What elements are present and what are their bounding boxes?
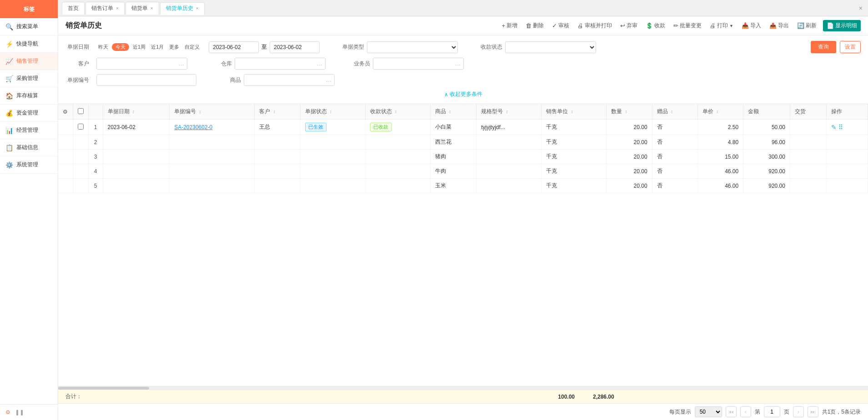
doc-type-label: 单据类型 xyxy=(341,43,364,51)
tab-sales-history[interactable]: 销货单历史 × xyxy=(160,2,205,15)
payment-status-select[interactable] xyxy=(505,41,596,53)
more-icon[interactable]: ⠿ xyxy=(838,124,843,131)
date-shortcut-more[interactable]: 更多 xyxy=(167,43,181,51)
customer-ellipsis[interactable]: … xyxy=(179,60,184,67)
page-number-input[interactable] xyxy=(764,406,780,417)
sidebar-item-sales-mgmt[interactable]: 📈 销售管理 xyxy=(0,53,58,70)
col-amount[interactable]: 金额 xyxy=(743,104,790,120)
sort-unit-price-icon[interactable]: ↕ xyxy=(716,109,718,114)
import-button[interactable]: 📥 导入 xyxy=(740,21,763,30)
date-shortcut-last7[interactable]: 近1周 xyxy=(131,43,147,51)
audit-print-button[interactable]: 🖨 审核并打印 xyxy=(576,21,614,30)
page-last-button[interactable]: ⏭ xyxy=(808,406,818,417)
settings-button[interactable]: 设置 xyxy=(840,41,861,53)
refresh-button[interactable]: 🔄 刷新 xyxy=(795,21,818,30)
data-table: ⚙ 单据日期 ↕ 单据编号 ↕ 客户 ↕ xyxy=(58,104,868,193)
date-shortcut-custom[interactable]: 自定义 xyxy=(183,43,201,51)
goods-ellipsis[interactable]: … xyxy=(326,77,331,83)
staff-input[interactable] xyxy=(376,60,453,67)
doc-no-link[interactable]: SA-20230602-0 xyxy=(174,124,212,130)
col-qty[interactable]: 数量 ↕ xyxy=(607,104,652,120)
discard-button[interactable]: ↩ 弃审 xyxy=(618,21,639,30)
tab-home[interactable]: 首页 xyxy=(62,2,85,15)
row-checkbox[interactable] xyxy=(78,124,84,130)
sort-payment-status-icon[interactable]: ↕ xyxy=(395,109,397,114)
col-doc-no-label: 单据编号 xyxy=(174,108,196,115)
col-doc-status[interactable]: 单据状态 ↕ xyxy=(300,104,365,120)
warehouse-input[interactable] xyxy=(238,60,315,67)
goods-input[interactable] xyxy=(247,77,324,83)
tab-sales-order[interactable]: 销售订单 × xyxy=(85,2,125,15)
tab-sales-delivery-close[interactable]: × xyxy=(151,6,153,11)
sidebar-item-purchase-mgmt[interactable]: 🛒 采购管理 xyxy=(0,70,58,87)
row-checkbox-cell[interactable] xyxy=(73,179,88,193)
per-page-select[interactable]: 50 100 xyxy=(695,406,722,417)
horizontal-scrollbar[interactable] xyxy=(58,386,868,390)
sort-goods-icon[interactable]: ↕ xyxy=(449,109,451,114)
date-shortcut-last1m[interactable]: 近1月 xyxy=(149,43,166,51)
row-doc-date xyxy=(103,135,170,150)
row-unit-price: 46.00 xyxy=(697,179,743,193)
sort-customer-icon[interactable]: ↕ xyxy=(273,109,276,114)
sort-qty-icon[interactable]: ↕ xyxy=(625,109,627,114)
date-shortcut-yesterday[interactable]: 昨天 xyxy=(96,43,110,51)
sidebar-item-operations[interactable]: 📊 经营管理 xyxy=(0,122,58,139)
doc-no-input[interactable] xyxy=(96,74,196,86)
export-button[interactable]: 📤 导出 xyxy=(768,21,791,30)
page-prev-button[interactable]: ‹ xyxy=(740,406,751,417)
sort-doc-status-icon[interactable]: ↕ xyxy=(330,109,332,114)
sidebar-item-quick-nav[interactable]: ⚡ 快捷导航 xyxy=(0,35,58,53)
sidebar-item-label: 经营管理 xyxy=(16,126,38,134)
tab-sales-history-close[interactable]: × xyxy=(196,6,199,11)
audit-button[interactable]: ✓ 审核 xyxy=(550,21,571,30)
sort-doc-date-icon[interactable]: ↕ xyxy=(132,109,135,114)
sort-doc-no-icon[interactable]: ↕ xyxy=(199,109,201,114)
print-button[interactable]: 🖨 打印 ▼ xyxy=(708,21,735,30)
col-doc-no[interactable]: 单据编号 ↕ xyxy=(170,104,255,120)
row-checkbox-cell[interactable] xyxy=(73,150,88,164)
window-close-button[interactable]: × xyxy=(857,5,864,12)
doc-type-select[interactable] xyxy=(367,41,458,53)
settings-bottom-icon[interactable]: ⚙ xyxy=(5,409,10,415)
sidebar-item-basic-info[interactable]: 📋 基础信息 xyxy=(0,139,58,156)
customer-input[interactable] xyxy=(100,60,177,67)
sort-sales-unit-icon[interactable]: ↕ xyxy=(571,109,573,114)
sort-gift-icon[interactable]: ↕ xyxy=(671,109,673,114)
batch-change-button[interactable]: ✏ 批量变更 xyxy=(672,21,703,30)
col-gear[interactable]: ⚙ xyxy=(58,104,73,120)
col-spec[interactable]: 规格型号 ↕ xyxy=(477,104,542,120)
sidebar-item-finance[interactable]: 💰 资金管理 xyxy=(0,105,58,122)
row-checkbox-cell[interactable] xyxy=(73,135,88,150)
col-sales-unit[interactable]: 销售单位 ↕ xyxy=(542,104,607,120)
sidebar-item-inventory[interactable]: 🏠 库存核算 xyxy=(0,87,58,105)
page-first-button[interactable]: ⏮ xyxy=(726,406,737,417)
col-gift[interactable]: 赠品 ↕ xyxy=(652,104,697,120)
row-checkbox-cell[interactable] xyxy=(73,120,88,135)
sort-spec-icon[interactable]: ↕ xyxy=(506,109,508,114)
warehouse-ellipsis[interactable]: … xyxy=(317,60,322,67)
delete-button[interactable]: 🗑 删除 xyxy=(524,21,546,30)
col-customer[interactable]: 客户 ↕ xyxy=(255,104,300,120)
date-end-input[interactable] xyxy=(270,41,320,53)
col-goods[interactable]: 商品 ↕ xyxy=(430,104,476,120)
date-start-input[interactable] xyxy=(209,41,259,53)
edit-icon[interactable]: ✎ xyxy=(831,124,837,131)
query-button[interactable]: 查询 xyxy=(811,41,836,53)
col-doc-date[interactable]: 单据日期 ↕ xyxy=(103,104,170,120)
sidebar-item-sys-mgmt[interactable]: ⚙️ 系统管理 xyxy=(0,156,58,174)
sidebar-item-search-menu[interactable]: 🔍 搜索菜单 xyxy=(0,18,58,35)
date-shortcut-today[interactable]: 今天 xyxy=(112,43,129,51)
page-next-button[interactable]: › xyxy=(793,406,804,417)
staff-ellipsis[interactable]: … xyxy=(455,60,461,67)
row-checkbox-cell[interactable] xyxy=(73,164,88,179)
collapse-sidebar-icon[interactable]: ❚❚ xyxy=(15,409,24,415)
col-payment-status[interactable]: 收款状态 ↕ xyxy=(365,104,430,120)
collapse-button[interactable]: ∧ 收起更多条件 xyxy=(65,90,861,98)
select-all-checkbox[interactable] xyxy=(78,108,84,114)
add-button[interactable]: + 新增 xyxy=(500,21,519,30)
tab-sales-order-close[interactable]: × xyxy=(116,6,119,11)
tab-sales-delivery[interactable]: 销货单 × xyxy=(125,2,159,15)
collect-button[interactable]: 💲 收款 xyxy=(644,21,667,30)
show-detail-button[interactable]: 📄 显示明细 xyxy=(823,20,861,31)
col-unit-price[interactable]: 单价 ↕ xyxy=(697,104,743,120)
